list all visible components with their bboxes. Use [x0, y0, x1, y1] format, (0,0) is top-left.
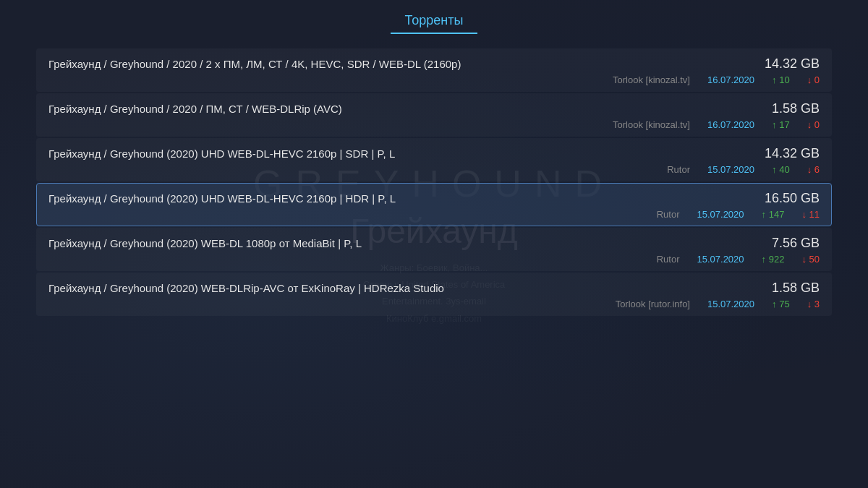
torrent-seeds-4: 147 — [762, 209, 785, 220]
torrent-title-2: Грейхаунд / Greyhound / 2020 / ПМ, СТ / … — [48, 103, 740, 115]
torrent-seeds-6: 75 — [772, 299, 790, 309]
torrent-source-4: Rutor — [657, 209, 680, 220]
torrent-seeds-3: 40 — [772, 164, 790, 175]
torrent-size-1: 14.32 GB — [740, 56, 820, 72]
torrent-title-1: Грейхаунд / Greyhound / 2020 / 2 х ПМ, Л… — [48, 58, 740, 70]
torrent-size-6: 1.58 GB — [740, 281, 820, 296]
torrent-list: Грейхаунд / Greyhound / 2020 / 2 х ПМ, Л… — [36, 48, 832, 316]
torrent-date-4: 15.07.2020 — [697, 209, 744, 220]
torrent-top-row: Грейхаунд / Greyhound / 2020 / 2 х ПМ, Л… — [48, 56, 820, 72]
torrent-title-3: Грейхаунд / Greyhound (2020) UHD WEB-DL-… — [48, 147, 740, 160]
torrent-title-5: Грейхаунд / Greyhound (2020) WEB-DL 1080… — [48, 237, 740, 249]
torrent-bottom-row: Torlook [rutor.info] 15.07.2020 75 3 — [48, 299, 820, 309]
torrent-top-row: Грейхаунд / Greyhound (2020) UHD WEB-DL-… — [48, 191, 820, 206]
torrent-leech-6: 3 — [807, 299, 820, 309]
torrent-item-6[interactable]: Грейхаунд / Greyhound (2020) WEB-DLRip-A… — [36, 273, 832, 316]
torrent-leech-5: 50 — [801, 254, 820, 265]
torrent-source-2: Torlook [kinozal.tv] — [613, 119, 690, 130]
torrent-item-1[interactable]: Грейхаунд / Greyhound / 2020 / 2 х ПМ, Л… — [36, 48, 832, 92]
torrent-seeds-1: 10 — [772, 74, 790, 85]
torrent-seeds-2: 17 — [772, 119, 790, 130]
torrent-leech-1: 0 — [807, 74, 820, 85]
torrent-seeds-5: 922 — [762, 254, 785, 265]
torrent-date-3: 15.07.2020 — [707, 164, 754, 175]
torrent-size-3: 14.32 GB — [740, 146, 820, 161]
torrent-leech-3: 6 — [807, 164, 820, 175]
torrent-item-5[interactable]: Грейхаунд / Greyhound (2020) WEB-DL 1080… — [36, 228, 832, 271]
torrent-size-2: 1.58 GB — [740, 101, 820, 116]
torrent-bottom-row: Torlook [kinozal.tv] 16.07.2020 17 0 — [48, 119, 820, 130]
torrent-date-2: 16.07.2020 — [707, 119, 754, 130]
torrent-size-5: 7.56 GB — [740, 236, 820, 251]
torrent-title-6: Грейхаунд / Greyhound (2020) WEB-DLRip-A… — [48, 282, 740, 294]
torrent-leech-4: 11 — [801, 209, 820, 220]
torrent-top-row: Грейхаунд / Greyhound / 2020 / ПМ, СТ / … — [48, 101, 820, 116]
torrent-item-2[interactable]: Грейхаунд / Greyhound / 2020 / ПМ, СТ / … — [36, 93, 832, 137]
torrent-size-4: 16.50 GB — [740, 191, 820, 206]
torrent-source-3: Rutor — [667, 164, 690, 175]
tab-torrents-label[interactable]: Торренты — [391, 13, 478, 34]
tab-header: Торренты — [391, 13, 478, 34]
torrent-bottom-row: Torlook [kinozal.tv] 16.07.2020 10 0 — [48, 74, 820, 85]
torrent-top-row: Грейхаунд / Greyhound (2020) UHD WEB-DL-… — [48, 146, 820, 161]
torrent-source-5: Rutor — [657, 254, 680, 265]
torrent-date-6: 15.07.2020 — [707, 299, 754, 309]
torrent-source-1: Torlook [kinozal.tv] — [613, 74, 690, 85]
torrent-bottom-row: Rutor 15.07.2020 922 50 — [48, 254, 820, 265]
torrent-top-row: Грейхаунд / Greyhound (2020) WEB-DL 1080… — [48, 236, 820, 251]
main-content: Торренты Грейхаунд / Greyhound / 2020 / … — [0, 0, 868, 316]
torrent-top-row: Грейхаунд / Greyhound (2020) WEB-DLRip-A… — [48, 281, 820, 296]
torrent-bottom-row: Rutor 15.07.2020 147 11 — [48, 209, 820, 220]
torrent-item-3[interactable]: Грейхаунд / Greyhound (2020) UHD WEB-DL-… — [36, 138, 832, 181]
torrent-leech-2: 0 — [807, 119, 820, 130]
torrent-date-1: 16.07.2020 — [707, 74, 754, 85]
torrent-item-4[interactable]: Грейхаунд / Greyhound (2020) UHD WEB-DL-… — [36, 183, 832, 226]
torrent-date-5: 15.07.2020 — [697, 254, 744, 265]
torrent-bottom-row: Rutor 15.07.2020 40 6 — [48, 164, 820, 175]
torrent-title-4: Грейхаунд / Greyhound (2020) UHD WEB-DL-… — [48, 192, 740, 205]
torrent-source-6: Torlook [rutor.info] — [616, 299, 690, 309]
